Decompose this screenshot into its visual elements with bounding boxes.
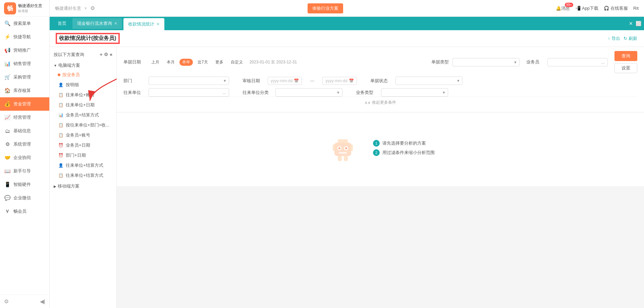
sidebar-item-wechat[interactable]: 💬 企业微信 — [0, 191, 49, 205]
column-settings-button[interactable]: 设置 — [614, 63, 637, 73]
sidebar-item-system[interactable]: ⚙ 系统管理 — [0, 138, 49, 151]
header-right: 🔔 消息 99+ 📲 App下载 🎧 在线客服 Rit — [556, 5, 639, 11]
salesperson-select[interactable]: ... — [547, 58, 608, 66]
tab-cashflow[interactable]: 现金银行流水查询 ✕ — [72, 18, 122, 29]
scheme-item-salesperson[interactable]: 按业务员 — [50, 70, 116, 80]
dept-select[interactable]: ▾ — [149, 76, 229, 85]
business-type-select[interactable]: ▾ — [381, 88, 448, 97]
person-icon: 👤 — [58, 82, 64, 88]
filter-row-3: 往来单位 ... 往来单位分类 ▾ 业务类型 ▾ — [123, 88, 637, 97]
sidebar-item-marketing[interactable]: 📢 营销推广 — [0, 44, 49, 57]
bottom-collapse-icon[interactable]: ◀| — [40, 298, 45, 305]
sidebar-item-search[interactable]: 🔍 搜索菜单 — [0, 17, 49, 30]
sidebar-item-hardware[interactable]: 📱 智能硬件 — [0, 178, 49, 191]
tab-collection[interactable]: 收款情况统计 ✕ — [123, 18, 164, 30]
step-num-1: 1 — [373, 140, 380, 147]
page-title: 收款情况统计(按业务员) — [56, 34, 119, 43]
scheme-item-unit-date[interactable]: 📋 往来单位+日期 — [50, 100, 116, 110]
app-download[interactable]: 📲 App下载 — [575, 5, 598, 11]
online-service[interactable]: 🎧 在线客服 — [604, 5, 628, 11]
person-icon-2: 👤 — [58, 162, 64, 168]
sidebar-item-inventory[interactable]: 🏠 库存核算 — [0, 84, 49, 97]
counterpart-category-chevron: ▾ — [337, 90, 339, 95]
sidebar-item-operation[interactable]: 📈 经营管理 — [0, 111, 49, 124]
active-dot-icon — [58, 73, 60, 76]
filter-row-1: 单据日期 上月 本月 本年 近7天 更多 自定义 2023-01-01 至 20… — [123, 51, 637, 73]
settings-icon[interactable]: ⚙ — [90, 5, 95, 11]
scheme-item-salesperson-account[interactable]: 📋 业务员+账号 — [50, 130, 116, 140]
mobile-section-title[interactable]: ▶ 移动端方案 — [50, 182, 116, 191]
sidebar-item-member[interactable]: V 畅会员 — [0, 205, 49, 218]
counterpart-label: 往来单位 — [123, 90, 142, 96]
export-button[interactable]: ↑ 导出 — [608, 36, 621, 42]
sidebar-item-quicknav[interactable]: ⚡ 快捷导航 — [0, 30, 49, 44]
scheme-item-unit-account[interactable]: 📋 往来单位+账号 — [50, 90, 116, 100]
step-num-2: 2 — [373, 149, 380, 156]
table-icon-2: 📋 — [58, 102, 64, 108]
table-icon-5: 📋 — [58, 172, 64, 178]
logo-text: 畅捷通好生意 标准版 — [18, 3, 42, 13]
counterpart-select[interactable]: ... — [149, 88, 229, 97]
sidebar-item-guide[interactable]: 📖 新手引导 — [0, 164, 49, 178]
message-area[interactable]: 🔔 消息 99+ — [556, 5, 570, 11]
vip-icon: V — [4, 208, 11, 215]
query-button[interactable]: 查询 — [614, 51, 637, 61]
svg-rect-9 — [338, 156, 342, 161]
tab-close-collection[interactable]: ✕ — [156, 22, 160, 27]
date-this-year[interactable]: 本年 — [179, 59, 193, 66]
date-this-month[interactable]: 本月 — [164, 59, 177, 66]
scheme-item-unit-settle1[interactable]: 👤 往来单位+结算方式 — [50, 160, 116, 170]
scheme-item-detail[interactable]: 👤 按明细 — [50, 80, 116, 90]
headset-icon: 🎧 — [604, 6, 609, 11]
scheme-item-dept-date[interactable]: ⏰ 部门+日期 — [50, 150, 116, 160]
sidebar-item-purchase[interactable]: 🛒 采购管理 — [0, 70, 49, 84]
tab-maximize-icon[interactable]: ⬜ — [636, 21, 641, 26]
folder-icon: 🗂 — [4, 127, 11, 134]
date-custom[interactable]: 自定义 — [228, 59, 246, 66]
sidebar: 畅 畅捷通好生意 标准版 🔍 搜索菜单 ⚡ 快捷导航 📢 营销推广 📊 销售管理 — [0, 0, 50, 308]
filter-area: 单据日期 上月 本月 本年 近7天 更多 自定义 2023-01-01 至 20… — [117, 47, 644, 112]
sidebar-bottom: ⚙ ◀| — [0, 295, 49, 308]
section-arrow-down: ▼ — [54, 64, 57, 67]
review-date-end[interactable]: yyyy-mm-dd 📅 — [322, 77, 357, 85]
breadcrumb: 畅捷通好生意 — [55, 5, 81, 11]
sidebar-item-finance[interactable]: 💰 资金管理 — [0, 97, 49, 111]
tab-close-cashflow[interactable]: ✕ — [114, 21, 117, 26]
sidebar-nav: 🔍 搜索菜单 ⚡ 快捷导航 📢 营销推广 📊 销售管理 🛒 采购管理 🏠 库存核… — [0, 17, 49, 295]
search-icon: 🔍 — [4, 20, 11, 27]
gear-icon: ⚙ — [4, 141, 11, 148]
table-icon-4: 📋 — [58, 132, 64, 138]
voucher-type-select[interactable]: ▾ — [452, 58, 520, 66]
page-actions: ↑ 导出 ↻ 刷新 — [608, 36, 638, 42]
sidebar-item-corp[interactable]: 🤝 企业协同 — [0, 151, 49, 164]
refresh-button[interactable]: ↻ 刷新 — [624, 36, 637, 42]
svg-rect-6 — [339, 152, 347, 154]
scheme-settings-icon[interactable]: ⚙ — [104, 52, 108, 58]
date-more[interactable]: 更多 — [213, 59, 226, 66]
tab-close-all-icon[interactable]: ✕ — [629, 21, 633, 26]
bottom-settings-icon[interactable]: ⚙ — [4, 298, 9, 305]
scheme-item-salesperson-date[interactable]: ⏰ 业务员+日期 — [50, 140, 116, 150]
scheme-item-unit-settle2[interactable]: 📋 往来单位+结算方式 — [50, 170, 116, 181]
scheme-item-salesperson-settle[interactable]: 📊 业务员+结算方式 — [50, 110, 116, 120]
collapse-bar[interactable]: ∧∧ 收起更多条件 — [123, 97, 637, 108]
collapse-icon: ∧∧ — [365, 100, 371, 105]
book-icon: 📖 — [4, 168, 11, 174]
desktop-section-title[interactable]: ▼ 电脑端方案 — [50, 61, 116, 70]
date-label: 单据日期 — [123, 59, 142, 65]
svg-point-4 — [338, 147, 340, 149]
voucher-status-select[interactable]: ▾ — [395, 76, 463, 85]
date-7days[interactable]: 近7天 — [195, 59, 211, 66]
trial-button[interactable]: 体验行业方案 — [308, 3, 343, 13]
sidebar-item-sales[interactable]: 📊 销售管理 — [0, 57, 49, 70]
scheme-item-unit-dept[interactable]: 📋 按往来单位+部门+收... — [50, 120, 116, 130]
add-scheme-icon[interactable]: + — [100, 52, 103, 58]
review-date-start[interactable]: yyyy-mm-dd 📅 — [268, 77, 302, 85]
counterpart-category-select[interactable]: ▾ — [275, 88, 342, 97]
collapse-panel-icon[interactable]: « — [110, 52, 112, 58]
sidebar-item-basic[interactable]: 🗂 基础信息 — [0, 124, 49, 138]
tab-home[interactable]: 首页 — [52, 17, 72, 30]
date-last-month[interactable]: 上月 — [149, 59, 162, 66]
user-info[interactable]: Rit — [633, 6, 639, 11]
empty-step-2: 2 用过滤条件来缩小分析范围 — [373, 149, 435, 156]
